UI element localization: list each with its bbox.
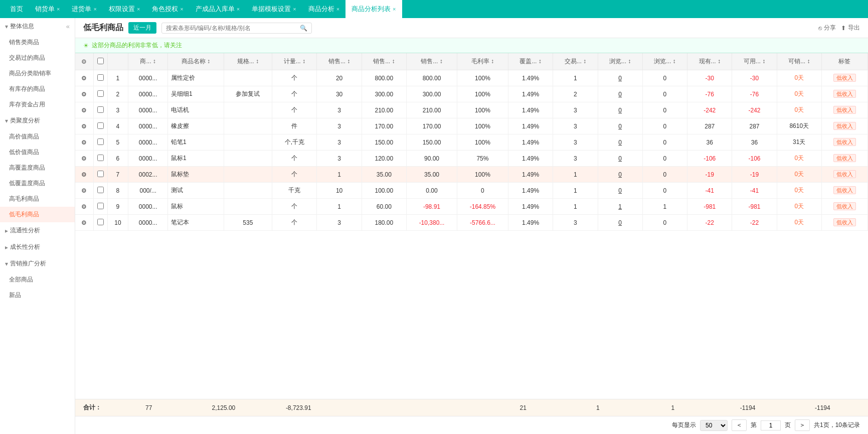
settings-header[interactable]: ⚙ xyxy=(75,53,93,70)
sidebar-item-capital-usage[interactable]: 库存资金占用 xyxy=(0,97,75,112)
row-checkbox[interactable] xyxy=(97,203,104,209)
col-available[interactable]: 可用... ↕ xyxy=(732,53,777,70)
sidebar-item-high-coverage[interactable]: 高覆盖度商品 xyxy=(0,160,75,176)
col-spec[interactable]: 规格... ↕ xyxy=(224,53,272,70)
row-checkbox[interactable] xyxy=(97,106,104,113)
settings-cell[interactable]: ⚙ xyxy=(75,151,93,167)
settings-cell[interactable]: ⚙ xyxy=(75,70,93,86)
nav-home[interactable]: 首页 xyxy=(4,0,29,18)
col-gross-rate[interactable]: 毛利率 ↕ xyxy=(457,53,508,70)
close-icon[interactable]: × xyxy=(180,6,183,12)
col-sales-price[interactable]: 销售... ↕ xyxy=(362,53,406,70)
row-browse1[interactable]: 0 xyxy=(598,167,642,183)
col-unit[interactable]: 计量... ↕ xyxy=(272,53,317,70)
col-saleable[interactable]: 可销... ↕ xyxy=(777,53,821,70)
sidebar-item-low-value[interactable]: 低价值商品 xyxy=(0,144,75,160)
close-icon[interactable]: × xyxy=(336,6,339,12)
sidebar-item-low-coverage[interactable]: 低覆盖度商品 xyxy=(0,176,75,191)
row-browse1[interactable]: 0 xyxy=(598,183,642,199)
col-browse2[interactable]: 浏览... ↕ xyxy=(642,53,687,70)
sidebar-section-overall[interactable]: ▾ 整体信息 « xyxy=(0,18,75,35)
close-icon[interactable]: × xyxy=(93,6,96,12)
col-code[interactable]: 商... ↕ xyxy=(128,53,168,70)
nav-role-auth[interactable]: 角色授权 × xyxy=(146,0,189,18)
sidebar-section-marketing[interactable]: ▾ 营销推广分析 xyxy=(0,255,75,272)
page-number-input[interactable] xyxy=(761,420,781,430)
checkbox-cell[interactable] xyxy=(93,167,107,183)
col-name[interactable]: 商品名称 ↕ xyxy=(168,53,224,70)
sidebar-section-growth[interactable]: ▸ 成长性分析 xyxy=(0,239,75,255)
nav-sales-order[interactable]: 销货单 × xyxy=(29,0,66,18)
checkbox-cell[interactable] xyxy=(93,183,107,199)
sidebar-item-sales-products[interactable]: 销售类商品 xyxy=(0,35,75,50)
nav-product-analysis[interactable]: 商品分析 × xyxy=(302,0,345,18)
checkbox-cell[interactable] xyxy=(93,215,107,231)
close-icon[interactable]: × xyxy=(393,6,396,12)
col-browse1[interactable]: 浏览... ↕ xyxy=(598,53,642,70)
row-browse1[interactable]: 1 xyxy=(598,199,642,215)
sidebar-item-category-rate[interactable]: 商品分类助销率 xyxy=(0,66,75,81)
checkbox-header[interactable] xyxy=(93,53,107,70)
close-icon[interactable]: × xyxy=(137,6,140,12)
settings-cell[interactable]: ⚙ xyxy=(75,167,93,183)
close-icon[interactable]: × xyxy=(237,6,240,12)
checkbox-cell[interactable] xyxy=(93,102,107,118)
col-sales-profit[interactable]: 销售... ↕ xyxy=(407,53,457,70)
checkbox-cell[interactable] xyxy=(93,70,107,86)
row-browse1[interactable]: 0 xyxy=(598,151,642,167)
share-button[interactable]: ⎋ 分享 xyxy=(818,24,836,32)
settings-cell[interactable]: ⚙ xyxy=(75,215,93,231)
prev-page-button[interactable]: ＜ xyxy=(732,419,747,431)
row-browse1[interactable]: 0 xyxy=(598,134,642,151)
next-page-button[interactable]: ＞ xyxy=(795,419,810,431)
checkbox-cell[interactable] xyxy=(93,151,107,167)
col-current-stock[interactable]: 现有... ↕ xyxy=(687,53,732,70)
page-size-select[interactable]: 50 100 xyxy=(700,420,728,431)
close-icon[interactable]: × xyxy=(293,6,296,12)
sidebar-item-traded-products[interactable]: 交易过的商品 xyxy=(0,50,75,66)
sidebar-section-flow[interactable]: ▸ 流通性分析 xyxy=(0,222,75,239)
nav-purchase-order[interactable]: 进货单 × xyxy=(66,0,102,18)
nav-permissions[interactable]: 权限设置 × xyxy=(103,0,146,18)
checkbox-cell[interactable] xyxy=(93,199,107,215)
row-browse1[interactable]: 0 xyxy=(598,70,642,86)
collapse-icon[interactable]: « xyxy=(66,23,70,30)
settings-cell[interactable]: ⚙ xyxy=(75,199,93,215)
settings-cell[interactable]: ⚙ xyxy=(75,102,93,118)
select-all-checkbox[interactable] xyxy=(97,58,104,64)
col-trade-count[interactable]: 交易... ↕ xyxy=(553,53,598,70)
row-browse1[interactable]: 0 xyxy=(598,102,642,118)
export-button[interactable]: ⬆ 导出 xyxy=(841,24,860,32)
sidebar-item-low-margin[interactable]: 低毛利商品 xyxy=(0,207,75,222)
row-browse1[interactable]: 0 xyxy=(598,118,642,134)
sidebar-item-high-value[interactable]: 高价值商品 xyxy=(0,129,75,144)
search-input[interactable] xyxy=(166,25,298,32)
row-checkbox[interactable] xyxy=(97,138,104,145)
row-checkbox[interactable] xyxy=(97,122,104,129)
row-browse1[interactable]: 0 xyxy=(598,215,642,231)
sidebar-section-cluster[interactable]: ▾ 类聚度分析 xyxy=(0,112,75,129)
row-checkbox[interactable] xyxy=(97,155,104,161)
sidebar-item-new-products[interactable]: 新品 xyxy=(0,287,75,303)
nav-template-settings[interactable]: 单据模板设置 × xyxy=(246,0,302,18)
checkbox-cell[interactable] xyxy=(93,118,107,134)
settings-cell[interactable]: ⚙ xyxy=(75,134,93,151)
col-cover-rate[interactable]: 覆盖... ↕ xyxy=(508,53,553,70)
settings-cell[interactable]: ⚙ xyxy=(75,183,93,199)
sidebar-item-in-stock[interactable]: 有库存的商品 xyxy=(0,81,75,97)
checkbox-cell[interactable] xyxy=(93,134,107,151)
close-icon[interactable]: × xyxy=(57,6,60,12)
row-browse1[interactable]: 0 xyxy=(598,86,642,102)
search-icon[interactable]: 🔍 xyxy=(300,25,307,32)
col-sales-qty[interactable]: 销售... ↕ xyxy=(317,53,362,70)
sidebar-item-high-margin[interactable]: 高毛利商品 xyxy=(0,191,75,207)
settings-cell[interactable]: ⚙ xyxy=(75,86,93,102)
row-checkbox[interactable] xyxy=(97,74,104,81)
date-filter-button[interactable]: 近一月 xyxy=(128,22,156,34)
row-checkbox[interactable] xyxy=(97,187,104,193)
settings-cell[interactable]: ⚙ xyxy=(75,118,93,134)
row-checkbox[interactable] xyxy=(97,90,104,97)
row-checkbox[interactable] xyxy=(97,219,104,225)
nav-product-inbound[interactable]: 产成品入库单 × xyxy=(190,0,246,18)
row-checkbox[interactable] xyxy=(97,171,104,177)
